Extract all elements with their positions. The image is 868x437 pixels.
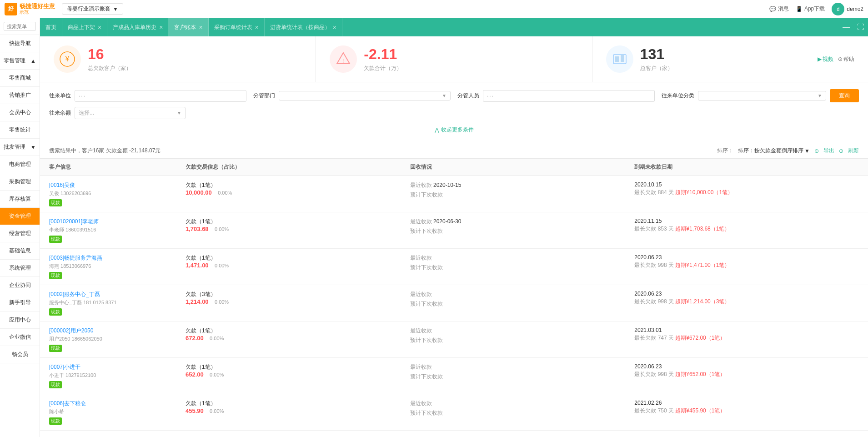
- overdue-link-3[interactable]: 超期¥1,471.00（1笔）: [675, 262, 730, 268]
- stat-label-total-customers: 总客户（家）: [640, 65, 811, 72]
- table-row: [0003]畅捷服务尹海燕 海燕 18513066976 现款 欠款（1笔） 1…: [40, 249, 868, 285]
- tab-customer-account[interactable]: 客户账本 ×: [169, 18, 208, 36]
- dropdown-arrow: ▼: [113, 6, 118, 12]
- sidebar-item-quick-nav[interactable]: 快捷导航: [0, 35, 40, 52]
- debt-info-6: 欠款（1笔） 652.00 0.00%: [186, 363, 410, 378]
- table-row: [000001]黄思源 黄思源 13552700226 现款 欠款（1笔） 42…: [40, 431, 868, 437]
- category-label: 往来单位分类: [662, 92, 694, 100]
- video-btn[interactable]: ▶ 视频: [818, 55, 833, 63]
- sidebar-item-retail-stats[interactable]: 零售统计: [0, 121, 40, 139]
- sidebar-item-operations[interactable]: 经营管理: [0, 225, 40, 242]
- overdue-link-6[interactable]: 超期¥652.00（1笔）: [675, 371, 725, 377]
- tab-close-product-listing[interactable]: ×: [98, 24, 101, 30]
- customer-name-2[interactable]: [0001020001]李老师: [49, 218, 186, 226]
- customer-tag-7: 现款: [49, 417, 62, 425]
- arrow-icon: ▲: [30, 58, 36, 64]
- tab-expand-icon[interactable]: ⛶: [853, 23, 868, 31]
- tab-close-customer-account[interactable]: ×: [199, 24, 202, 30]
- customer-phone-7: 陈小希: [49, 408, 186, 415]
- person-label: 分管人员: [457, 92, 479, 100]
- stat-card-actions: ▶ 视频 ⊙ 帮助: [818, 55, 854, 63]
- customer-name-6[interactable]: [0007]小进干: [49, 363, 186, 371]
- overdue-link-2[interactable]: 超期¥1,703.68（1笔）: [675, 226, 730, 232]
- sidebar-item-ecommerce[interactable]: 电商管理: [0, 156, 40, 173]
- return-info-3: 最近收款 预计下次收款: [410, 254, 635, 271]
- customer-name-1[interactable]: [0016]吴俊: [49, 181, 186, 189]
- customer-phone-6: 小进干 18279152100: [49, 372, 186, 379]
- tab-product-history[interactable]: 产成品入库单历史 ×: [107, 18, 169, 36]
- sidebar-item-basic-info[interactable]: 基础信息: [0, 242, 40, 260]
- message-btn[interactable]: 💬 消息: [769, 5, 789, 13]
- col-header-customer: 客户信息: [49, 163, 186, 171]
- sidebar-item-enterprise[interactable]: 企业协同: [0, 277, 40, 294]
- category-select[interactable]: ▼: [698, 91, 826, 100]
- export-btn[interactable]: 导出: [823, 147, 834, 155]
- sidebar-item-purchase[interactable]: 采购管理: [0, 173, 40, 191]
- overdue-info-7: 2021.02.26 最长欠款 750 天 超期¥455.90（1笔）: [634, 400, 859, 415]
- filter-supplier: 往来单位 ···: [49, 90, 246, 102]
- top-bar: 好 畅捷通好生意 示范 母婴行业演示账套 ▼ 💬 消息 📱 App下载 d de…: [0, 0, 868, 18]
- overdue-link-1[interactable]: 超期¥10,000.00（1笔）: [675, 189, 733, 196]
- customer-phone-2: 李老师 18600391516: [49, 226, 186, 233]
- overdue-link-7[interactable]: 超期¥455.90（1笔）: [675, 407, 725, 414]
- sidebar-item-finance[interactable]: 资金管理: [0, 208, 40, 225]
- sidebar-item-newguide[interactable]: 新手引导: [0, 294, 40, 311]
- debt-count-6: 欠款（1笔）: [186, 363, 410, 371]
- debt-customers-icon: ¥: [54, 45, 81, 73]
- balance-select[interactable]: 选择... ▼: [75, 107, 186, 119]
- customer-tag-3: 现款: [49, 272, 62, 279]
- sidebar-item-marketing[interactable]: 营销推广: [0, 87, 40, 104]
- sidebar-item-system[interactable]: 系统管理: [0, 260, 40, 277]
- sidebar-item-batch[interactable]: 批发管理▼: [0, 139, 40, 156]
- tab-purchase-order[interactable]: 采购订单统计表 ×: [209, 18, 265, 36]
- stat-number-debt-customers: 16: [88, 46, 302, 63]
- customer-name-4[interactable]: [0002]服务中心_丁磊: [49, 291, 186, 298]
- debt-count-5: 欠款（1笔）: [186, 327, 410, 335]
- sidebar-item-inventory[interactable]: 库存核算: [0, 191, 40, 208]
- overdue-link-5[interactable]: 超期¥672.00（1笔）: [675, 335, 725, 341]
- app-download-btn[interactable]: 📱 App下载: [796, 5, 825, 13]
- dept-select[interactable]: ▼: [279, 91, 451, 100]
- sort-selector[interactable]: 排序：按欠款金额倒序排序 ▼: [738, 147, 810, 155]
- sidebar-item-member[interactable]: 会员中心: [0, 104, 40, 121]
- industry-selector[interactable]: 母婴行业演示账套 ▼: [62, 3, 123, 15]
- overdue-info-5: 2021.03.01 最长欠款 747 天 超期¥672.00（1笔）: [634, 327, 859, 342]
- filter-row-2: 往来余额 选择... ▼: [49, 107, 859, 119]
- overdue-link-4[interactable]: 超期¥1,214.00（3笔）: [675, 298, 730, 305]
- sidebar-item-appcenter[interactable]: 应用中心: [0, 311, 40, 329]
- overdue-info-3: 2020.06.23 最长欠款 998 天 超期¥1,471.00（1笔）: [634, 254, 859, 269]
- customer-name-5[interactable]: [000002]用户2050: [49, 327, 186, 335]
- return-info-5: 最近收款 预计下次收款: [410, 327, 635, 344]
- collapse-filters-btn[interactable]: ⋀ 收起更多条件: [49, 124, 859, 136]
- customer-name-3[interactable]: [0003]畅捷服务尹海燕: [49, 254, 186, 262]
- person-input[interactable]: ···: [483, 90, 655, 102]
- tab-close-product-history[interactable]: ×: [159, 24, 163, 30]
- tab-close-purchase-order[interactable]: ×: [255, 24, 259, 30]
- refresh-icon: ⊙: [839, 148, 843, 154]
- search-input[interactable]: [4, 22, 36, 31]
- tab-minimize-icon[interactable]: —: [839, 23, 853, 31]
- tab-product-listing[interactable]: 商品上下架 ×: [62, 18, 107, 36]
- search-button[interactable]: 查询: [830, 89, 859, 102]
- customer-info-2: [0001020001]李老师 李老师 18600391516 现款: [49, 218, 186, 243]
- dept-dropdown-arrow: ▼: [442, 93, 447, 98]
- tab-purchase-stats[interactable]: 进货单统计表（按商品） ×: [265, 18, 342, 36]
- tab-close-purchase-stats[interactable]: ×: [333, 24, 336, 30]
- help-btn[interactable]: ⊙ 帮助: [838, 55, 854, 63]
- results-summary: 搜索结果中，客户16家 欠款金额 -21,148.07元: [49, 147, 161, 155]
- refresh-btn[interactable]: 刷新: [848, 147, 859, 155]
- user-profile[interactable]: d demo2: [832, 3, 863, 15]
- tab-home[interactable]: 首页: [40, 18, 62, 36]
- app-name: 畅捷通好生意: [20, 3, 55, 10]
- sidebar-item-wechat[interactable]: 企业微信: [0, 329, 40, 346]
- debt-amount-4: 1,214.00: [186, 298, 209, 305]
- sidebar-item-retail-management[interactable]: 零售管理▲: [0, 52, 40, 70]
- sidebar-item-member-plus[interactable]: 畅会员: [0, 346, 40, 363]
- col-header-debt: 欠款交易信息（占比）: [186, 163, 410, 171]
- customer-name-7[interactable]: [0006]去下粮仓: [49, 400, 186, 407]
- sidebar-item-retail-mall[interactable]: 零售商城: [0, 70, 40, 87]
- table-container: 客户信息 欠款交易信息（占比） 回收情况 到期未收款日期 [0016]吴俊 吴俊…: [40, 159, 868, 437]
- supplier-input[interactable]: ···: [75, 90, 246, 102]
- export-icon: ⊙: [814, 148, 819, 154]
- debt-percent-4: 0.00%: [215, 299, 229, 305]
